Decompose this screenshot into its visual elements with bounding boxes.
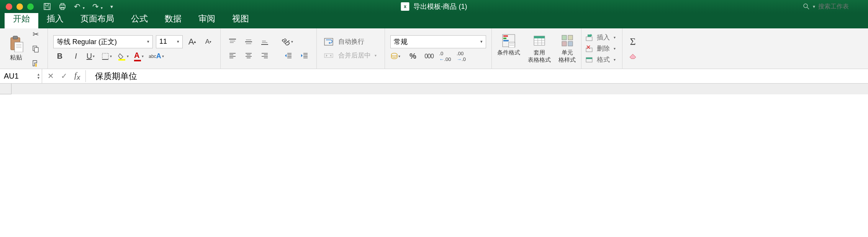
qat-customize-icon[interactable]: ▾: [110, 3, 113, 10]
number-format-value: 常规: [394, 37, 408, 46]
insert-cells-label: 插入: [597, 33, 610, 42]
align-top-button[interactable]: [226, 36, 239, 48]
clear-button[interactable]: [626, 50, 639, 61]
zoom-window-button[interactable]: [27, 3, 34, 10]
paste-label: 粘贴: [10, 54, 22, 62]
svg-rect-66: [562, 41, 567, 46]
quick-access-toolbar: ↶ ▾ ↷ ▾ ▾: [43, 2, 113, 11]
increase-indent-button[interactable]: [298, 50, 311, 61]
orientation-button[interactable]: ab▾: [282, 36, 295, 48]
svg-rect-53: [503, 38, 506, 39]
fx-icon[interactable]: fx: [74, 70, 86, 82]
cell-styles-button[interactable]: 单元 格样式: [558, 34, 576, 64]
number-format-combo[interactable]: 常规 ▾: [390, 35, 486, 48]
ribbon-tabstrip: 开始插入页面布局公式数据审阅视图: [0, 13, 868, 28]
increase-decimal-button[interactable]: .0←.00: [439, 51, 452, 62]
cells-area[interactable]: [11, 94, 868, 237]
document-title-area: x 导出模板-商品 (1): [401, 2, 467, 11]
conditional-format-label: 条件格式: [497, 49, 520, 56]
decrease-decimal-button[interactable]: .00→.0: [455, 51, 468, 62]
align-center-button[interactable]: [242, 50, 255, 61]
minimize-window-button[interactable]: [16, 3, 23, 10]
autosum-button[interactable]: Σ: [626, 36, 639, 48]
brush-icon: [31, 59, 40, 67]
chevron-down-icon: ▾: [147, 39, 149, 44]
svg-rect-10: [15, 42, 23, 52]
paste-button[interactable]: 粘贴: [8, 35, 24, 62]
chevron-down-icon: ▾: [375, 53, 379, 58]
select-all-corner[interactable]: [0, 84, 11, 94]
document-title: 导出模板-商品 (1): [413, 2, 467, 11]
wrap-text-label[interactable]: 自动换行: [338, 37, 364, 46]
italic-button[interactable]: I: [69, 51, 82, 62]
conditional-format-button[interactable]: 条件格式: [497, 34, 520, 56]
svg-point-6: [804, 4, 807, 8]
close-window-button[interactable]: [6, 3, 12, 10]
undo-icon[interactable]: ↶ ▾: [74, 2, 85, 11]
format-as-table-button[interactable]: 套用 表格格式: [528, 34, 551, 64]
table-format-label: 套用 表格格式: [528, 49, 551, 64]
svg-line-7: [807, 7, 809, 9]
format-painter-button[interactable]: [29, 58, 42, 69]
redo-icon[interactable]: ↷ ▾: [92, 2, 103, 11]
font-size-value: 11: [159, 38, 167, 46]
bold-button[interactable]: B: [53, 51, 66, 62]
formula-input[interactable]: 保质期单位: [91, 71, 868, 82]
align-right-button[interactable]: [258, 50, 271, 61]
search-sheet-box[interactable]: ▾: [803, 3, 864, 10]
svg-rect-74: [586, 58, 592, 59]
chevron-down-icon: ▾: [614, 58, 618, 62]
format-cells-button[interactable]: 格式 ▾: [585, 55, 618, 64]
save-icon[interactable]: [43, 3, 51, 10]
svg-rect-64: [562, 35, 567, 40]
svg-rect-67: [568, 41, 573, 46]
currency-button[interactable]: ⛁▾: [390, 51, 403, 62]
svg-rect-2: [45, 7, 49, 10]
print-icon[interactable]: [59, 3, 66, 10]
search-input[interactable]: [818, 3, 864, 10]
svg-rect-4: [61, 3, 64, 5]
bucket-icon: [118, 52, 126, 61]
name-box[interactable]: AU1 ▲▼: [0, 69, 42, 83]
copy-button[interactable]: [29, 43, 42, 54]
svg-rect-17: [102, 53, 108, 59]
decrease-indent-button[interactable]: [282, 50, 295, 61]
align-middle-button[interactable]: [242, 36, 255, 48]
formula-bar: AU1 ▲▼ ✕ ✓ fx 保质期单位: [0, 69, 868, 84]
enter-formula-button[interactable]: ✓: [61, 71, 67, 81]
copy-icon: [32, 45, 39, 53]
underline-button[interactable]: U▾: [85, 51, 98, 62]
number-group: 常规 ▾ ⛁▾ % 000 .0←.00 .00→.0: [385, 28, 492, 69]
font-name-value: 等线 Regular (正文): [57, 37, 117, 46]
increase-font-button[interactable]: A▴: [186, 36, 199, 48]
percent-button[interactable]: %: [406, 51, 419, 62]
name-box-stepper[interactable]: ▲▼: [37, 73, 40, 80]
merge-center-label: 合并后居中: [338, 51, 371, 60]
worksheet-grid[interactable]: [0, 84, 868, 237]
align-bottom-button[interactable]: [258, 36, 271, 48]
border-button[interactable]: ▾: [102, 51, 115, 62]
ribbon: 粘贴 ✂ 等线 Regular (正文) ▾ 11 ▾ A▴ A▾ B I: [0, 28, 868, 69]
window-controls: [0, 3, 34, 10]
clipboard-icon: [8, 35, 24, 52]
decrease-font-button[interactable]: A▾: [202, 36, 215, 48]
svg-rect-19: [118, 59, 125, 61]
cells-group: 插入 ▾ 删除 ▾ 格式 ▾: [581, 28, 622, 69]
cancel-formula-button[interactable]: ✕: [47, 71, 54, 81]
cut-button[interactable]: ✂: [29, 28, 42, 40]
fill-color-button[interactable]: ▾: [118, 51, 131, 62]
phonetic-button[interactable]: abcA▾: [150, 51, 163, 62]
wrap-text-icon[interactable]: [322, 36, 335, 48]
font-size-combo[interactable]: 11 ▾: [156, 35, 183, 48]
font-color-button[interactable]: A▾: [134, 51, 147, 62]
delete-cells-label: 删除: [597, 44, 610, 53]
eraser-icon: [628, 52, 637, 59]
align-left-button[interactable]: [226, 50, 239, 61]
delete-cells-button[interactable]: 删除 ▾: [585, 44, 618, 53]
insert-cells-button[interactable]: 插入 ▾: [585, 33, 618, 42]
comma-button[interactable]: 000: [423, 51, 436, 62]
svg-rect-59: [534, 36, 545, 38]
cell-reference: AU1: [4, 72, 19, 81]
alignment-group: ab▾: [221, 28, 317, 69]
font-name-combo[interactable]: 等线 Regular (正文) ▾: [53, 35, 153, 48]
